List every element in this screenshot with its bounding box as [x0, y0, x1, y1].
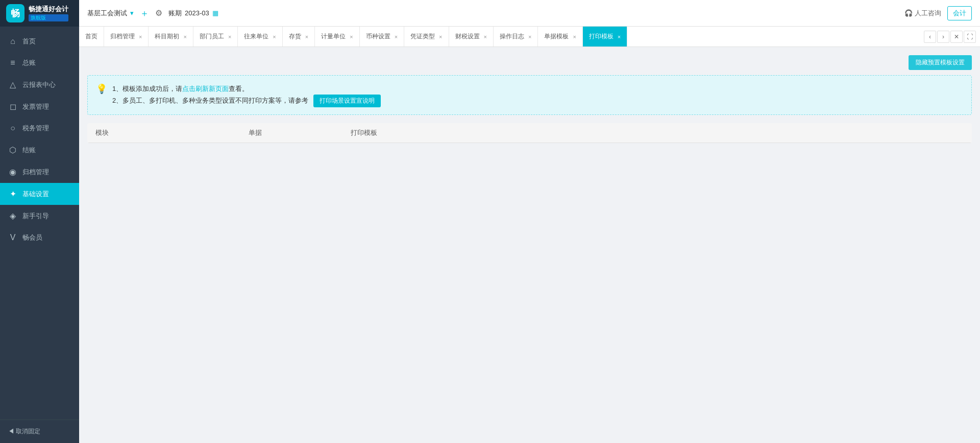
- sidebar-label-guide: 新手引导: [22, 212, 49, 221]
- notice-icon: 💡: [96, 83, 107, 95]
- sidebar-item-reports[interactable]: △云报表中心: [0, 74, 79, 96]
- tab-next-button[interactable]: ›: [937, 31, 949, 43]
- sidebar-item-close[interactable]: ⬡结账: [0, 139, 79, 161]
- notice-line1: 1、模板添加成功后，请点击刷新新页面查看。: [112, 83, 963, 95]
- tab-label-8: 凭证类型: [410, 32, 435, 41]
- tab-item-0[interactable]: 首页: [79, 27, 104, 47]
- logo-title: 畅捷通好会计: [29, 5, 68, 13]
- tab-item-2[interactable]: 科目期初×: [149, 27, 193, 47]
- tab-close-button[interactable]: ✕: [950, 31, 963, 43]
- sidebar-label-ledger: 总账: [22, 58, 36, 67]
- tab-item-12[interactable]: 打印模板×: [583, 27, 627, 47]
- service-label: 人工咨询: [915, 9, 941, 18]
- logo-icon: 畅: [6, 4, 24, 22]
- tab-prev-button[interactable]: ‹: [924, 31, 936, 43]
- logo-text: 畅捷通好会计 旗舰版: [29, 5, 68, 21]
- tab-label-5: 存货: [289, 32, 301, 41]
- company-arrow-icon: ▾: [130, 9, 134, 17]
- sidebar-label-archive: 归档管理: [22, 168, 49, 177]
- tab-label-1: 归档管理: [110, 32, 135, 41]
- tab-close-1[interactable]: ×: [139, 34, 142, 40]
- tab-close-9[interactable]: ×: [484, 34, 487, 40]
- table-header-module: 模块: [87, 123, 240, 143]
- sidebar-item-archive[interactable]: ◉归档管理: [0, 161, 79, 183]
- notice-line2: 2、多员工、多打印机、多种业务类型设置不同打印方案等，请参考 打印场景设置宣说明: [112, 95, 963, 107]
- tab-label-11: 单据模板: [544, 32, 569, 41]
- notice-line1-prefix: 1、模板添加成功后，请: [112, 85, 182, 92]
- tab-label-2: 科目期初: [155, 32, 179, 41]
- tab-item-5[interactable]: 存货×: [283, 27, 315, 47]
- tab-close-3[interactable]: ×: [228, 34, 231, 40]
- notice-refresh-link[interactable]: 点击刷新新页面: [182, 85, 229, 92]
- headset-icon: 🎧: [904, 9, 913, 17]
- tab-close-2[interactable]: ×: [183, 34, 186, 40]
- sidebar-label-member: 畅会员: [22, 233, 42, 242]
- tab-label-4: 往来单位: [244, 32, 268, 41]
- sidebar-label-home: 首页: [22, 37, 36, 46]
- tab-expand-button[interactable]: ⛶: [964, 31, 976, 43]
- sidebar-label-invoice: 发票管理: [22, 102, 49, 111]
- tab-item-9[interactable]: 财税设置×: [449, 27, 494, 47]
- tab-close-12[interactable]: ×: [618, 34, 621, 40]
- sidebar-logo: 畅 畅捷通好会计 旗舰版: [0, 0, 79, 27]
- sidebar-item-home[interactable]: ⌂首页: [0, 31, 79, 52]
- tab-close-11[interactable]: ×: [573, 34, 576, 40]
- add-tab-icon[interactable]: ＋: [140, 7, 149, 19]
- topbar-period: 账期 2023-03 ▦: [168, 9, 218, 18]
- sidebar-footer[interactable]: ◀ 取消固定: [0, 419, 79, 443]
- tab-item-7[interactable]: 币种设置×: [360, 27, 404, 47]
- company-name: 基层工会测试: [87, 9, 127, 18]
- topbar-company[interactable]: 基层工会测试 ▾: [87, 9, 134, 18]
- sidebar-item-invoice[interactable]: ◻发票管理: [0, 96, 79, 118]
- tab-close-10[interactable]: ×: [528, 34, 531, 40]
- period-value: 2023-03: [185, 9, 209, 17]
- table-header-document: 单据: [240, 123, 342, 143]
- tab-close-4[interactable]: ×: [273, 34, 276, 40]
- tab-item-1[interactable]: 归档管理×: [104, 27, 149, 47]
- home-icon: ⌂: [8, 37, 17, 46]
- settings-icon: ✦: [8, 189, 17, 199]
- tab-label-6: 计量单位: [321, 32, 346, 41]
- period-label: 账期: [168, 9, 182, 18]
- tab-item-6[interactable]: 计量单位×: [315, 27, 359, 47]
- tab-close-7[interactable]: ×: [395, 34, 398, 40]
- tab-item-11[interactable]: 单据模板×: [538, 27, 582, 47]
- hide-template-button[interactable]: 隐藏预置模板设置: [909, 55, 972, 70]
- reports-icon: △: [8, 80, 17, 89]
- archive-icon: ◉: [8, 167, 17, 177]
- sidebar-item-guide[interactable]: ◈新手引导: [0, 205, 79, 227]
- settings-icon[interactable]: ⚙: [155, 8, 162, 18]
- main-content: 基层工会测试 ▾ ＋ ⚙ 账期 2023-03 ▦ 🎧 人工咨询 会计 首页归档…: [79, 0, 980, 443]
- tab-item-4[interactable]: 往来单位×: [238, 27, 282, 47]
- notice-line1-suffix: 查看。: [229, 85, 249, 92]
- tab-close-5[interactable]: ×: [305, 34, 308, 40]
- guide-icon: ◈: [8, 211, 17, 221]
- tab-label-3: 部门员工: [200, 32, 224, 41]
- tax-icon: ○: [8, 124, 17, 133]
- template-table: 模块 单据 打印模板: [87, 123, 972, 143]
- service-button[interactable]: 🎧 人工咨询: [904, 9, 941, 18]
- tab-nav-buttons: ‹ › ✕ ⛶: [924, 31, 980, 43]
- tab-label-0: 首页: [85, 32, 97, 41]
- tab-close-6[interactable]: ×: [350, 34, 353, 40]
- logo-subtitle: 旗舰版: [29, 14, 68, 21]
- sidebar: 畅 畅捷通好会计 旗舰版 ⌂首页≡总账△云报表中心◻发票管理○税务管理⬡结账◉归…: [0, 0, 79, 443]
- page-content: 隐藏预置模板设置 💡 1、模板添加成功后，请点击刷新新页面查看。 2、多员工、多…: [79, 47, 980, 443]
- notice-box: 💡 1、模板添加成功后，请点击刷新新页面查看。 2、多员工、多打印机、多种业务类…: [87, 75, 972, 115]
- tab-item-8[interactable]: 凭证类型×: [404, 27, 449, 47]
- tab-label-10: 操作日志: [500, 32, 524, 41]
- sidebar-item-tax[interactable]: ○税务管理: [0, 118, 79, 139]
- sidebar-item-settings[interactable]: ✦基础设置: [0, 183, 79, 205]
- hide-btn-row: 隐藏预置模板设置: [87, 55, 972, 70]
- calendar-icon[interactable]: ▦: [212, 9, 218, 17]
- sidebar-item-member[interactable]: V畅会员: [0, 227, 79, 248]
- tab-label-7: 币种设置: [366, 32, 390, 41]
- tab-close-8[interactable]: ×: [439, 34, 442, 40]
- print-scene-button[interactable]: 打印场景设置宣说明: [313, 95, 381, 107]
- sidebar-item-ledger[interactable]: ≡总账: [0, 52, 79, 74]
- tab-item-10[interactable]: 操作日志×: [494, 27, 538, 47]
- kuaiji-button[interactable]: 会计: [947, 6, 972, 20]
- tab-item-3[interactable]: 部门员工×: [193, 27, 238, 47]
- table-header-template: 打印模板: [342, 123, 972, 143]
- topbar-right: 🎧 人工咨询 会计: [904, 6, 972, 20]
